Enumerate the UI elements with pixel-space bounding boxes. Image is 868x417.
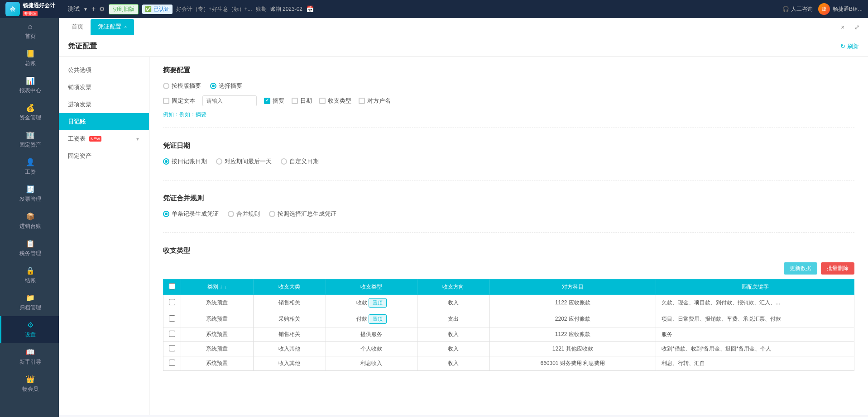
col-direction: 收支方向 [417,280,489,295]
tab-voucher-config[interactable]: 凭证配置 × [91,19,134,35]
user-info[interactable]: 捷 畅捷通B组... [818,3,863,15]
row-checkbox-0[interactable] [169,299,175,305]
radio-template-summary[interactable]: 按模版摘要 [163,82,201,90]
guide-icon: 📖 [26,348,35,356]
income-expense-table: 类别 ↓ ↓ 收支大类 收支类型 收支方向 对方科目 匹配关键字 [163,279,854,371]
settings-icon[interactable]: ⚙ [99,5,105,13]
refresh-button[interactable]: ↻ 刷新 [840,43,859,51]
close-window-icon[interactable]: × [837,22,848,33]
left-nav-item-public[interactable]: 公共选项 [59,62,149,79]
tab-bar-actions: × ⤢ [837,22,863,33]
row-checkbox-2[interactable] [169,331,175,337]
sidebar-item-archive[interactable]: 📁 归档管理 [0,289,59,316]
cell-keywords-1: 项目、日常费用、报销款、车费、承兑汇票、付款 [656,311,854,327]
cell-keywords-2: 服务 [656,327,854,342]
sidebar-item-member[interactable]: 👑 畅会员 [0,370,59,398]
reports-icon: 📊 [26,76,35,85]
closing-icon: 🔒 [26,266,35,275]
cell-direction-3: 收入 [417,342,489,356]
top-tag-0[interactable]: 置顶 [369,298,387,308]
sidebar-item-closing[interactable]: 🔒 结账 [0,262,59,289]
left-nav-item-payroll-table[interactable]: 工资表 NEW ▼ [59,130,149,147]
cell-direction-0: 收入 [417,295,489,311]
cell-direction-2: 收入 [417,327,489,342]
checkbox-counterpart-box [359,98,365,104]
checkbox-summary-box [264,98,270,104]
cell-type-0: 收款 置顶 [326,295,417,311]
config-content: 摘要配置 按模版摘要 选择摘要 [149,57,868,415]
checkbox-income-type[interactable]: 收支类型 [319,97,351,105]
checkbox-counterpart-name[interactable]: 对方户名 [359,97,391,105]
radio-merge-rule[interactable]: 合并规则 [228,210,260,218]
checkbox-fixed-text[interactable]: 固定文本 [163,97,195,105]
table-row: 系统预置 收入其他 个人收款 收入 1221 其他应收款 收到*借款、收到*备用… [163,342,854,356]
batch-delete-button[interactable]: 批量删除 [821,262,854,275]
radio-merge-circle [228,211,234,217]
tab-close-icon[interactable]: × [124,24,127,29]
table-row: 系统预置 销售相关 提供服务 收入 1122 应收账款 服务 [163,327,854,342]
service-button[interactable]: 🎧 人工咨询 [782,5,813,13]
sidebar-item-home[interactable]: ⌂ 首页 [0,18,59,45]
member-icon: 👑 [26,375,35,384]
sidebar-item-guide[interactable]: 📖 新手引导 [0,343,59,370]
cell-category-3: 系统预置 [181,342,254,356]
sidebar-item-settings[interactable]: ⚙ 设置 [0,316,59,343]
radio-summary-circle [269,211,275,217]
expand-icon[interactable]: ⤢ [852,22,863,33]
sidebar-item-tax[interactable]: 📋 税务管理 [0,235,59,262]
logo-badge: 专业版 [23,11,38,16]
funds-icon: 💰 [26,104,35,112]
table-row: 系统预置 采购相关 付款 置顶 支出 2202 应付账款 项目、日常 [163,311,854,327]
radio-select-summary[interactable]: 选择摘要 [210,82,242,90]
radio-last-day[interactable]: 对应期间最后一天 [216,157,272,166]
radio-custom-date[interactable]: 自定义日期 [281,157,319,166]
tab-home[interactable]: 首页 [64,19,91,35]
invoices-icon: 🧾 [26,185,35,194]
top-tag-1[interactable]: 置顶 [369,314,387,324]
date-section: 凭证日期 按日记账日期 对应期间最后一天 [163,142,854,180]
fixed-assets-icon: 🏢 [26,131,35,139]
row-checkbox-4[interactable] [169,360,175,366]
checkbox-date[interactable]: 日期 [292,97,312,105]
radio-journal-date[interactable]: 按日记账日期 [163,157,207,166]
cell-type-1: 付款 置顶 [326,311,417,327]
sidebar-item-funds[interactable]: 💰 资金管理 [0,99,59,126]
cell-category-1: 系统预置 [181,311,254,327]
left-nav-item-journal[interactable]: 日记账 [59,113,149,130]
logo-text: 畅捷通好会计 专业版 [23,2,55,17]
sidebar-item-fixed-assets[interactable]: 🏢 固定资产 [0,126,59,153]
sidebar-item-invoices[interactable]: 🧾 发票管理 [0,180,59,208]
tab-bar: 首页 凭证配置 × × ⤢ [59,18,868,36]
sidebar-item-ledger[interactable]: 📒 总账 [0,45,59,72]
ledger-icon: 📒 [26,49,35,58]
radio-circle-select [210,83,216,89]
select-all-checkbox[interactable] [169,283,175,289]
sidebar-item-reports[interactable]: 📊 报表中心 [0,72,59,99]
radio-summary-generate[interactable]: 按照选择汇总生成凭证 [269,210,336,218]
cell-bigcategory-0: 销售相关 [253,295,326,311]
cell-direction-4: 收入 [417,356,489,371]
left-nav-item-purchase-invoice[interactable]: 进项发票 [59,96,149,113]
left-nav-item-fixed-assets-nav[interactable]: 固定资产 [59,147,149,165]
main-layout: ⌂ 首页 📒 总账 📊 报表中心 💰 资金管理 🏢 固定资产 👤 工资 🧾 发票… [0,18,868,417]
radio-last-day-circle [216,158,222,165]
row-checkbox-3[interactable] [169,345,175,351]
radio-circle-template [163,83,169,89]
sort-icon: ↓ [225,284,227,289]
update-data-button[interactable]: 更新数据 [784,262,817,275]
home-icon: ⌂ [28,23,33,31]
chevron-down-icon[interactable]: ▼ [83,7,88,12]
cell-subject-4: 660301 财务费用 利息费用 [489,356,656,371]
radio-single-record[interactable]: 单条记录生成凭证 [163,210,219,218]
fixed-text-input[interactable] [202,95,257,106]
calendar-icon[interactable]: 📅 [306,5,314,13]
switch-version-button[interactable]: 切到旧版 [109,4,139,14]
row-checkbox-1[interactable] [169,315,175,322]
sidebar-item-payroll[interactable]: 👤 工资 [0,153,59,180]
refresh-icon: ↻ [840,43,845,50]
checkbox-summary[interactable]: 摘要 [264,97,284,105]
sidebar-item-purchase-sales[interactable]: 📦 进销台账 [0,208,59,235]
payroll-icon: 👤 [26,158,35,166]
left-nav-item-sales-invoice[interactable]: 销项发票 [59,79,149,96]
add-icon[interactable]: + [91,5,96,13]
